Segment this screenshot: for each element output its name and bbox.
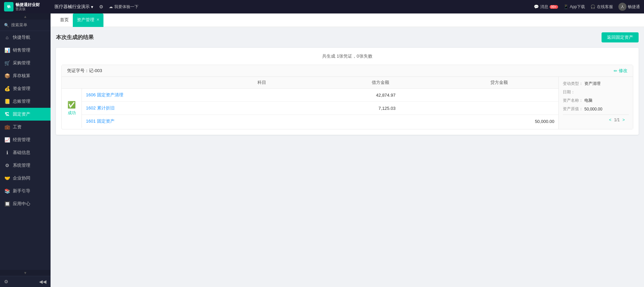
app-download-button[interactable]: 📱 App下载 bbox=[563, 4, 585, 10]
messages-badge: 99+ bbox=[550, 5, 558, 9]
purchase-icon: 🛒 bbox=[4, 60, 10, 66]
sidebar-item-app-center[interactable]: 🔲 应用中心 bbox=[0, 197, 51, 210]
tab-close-icon[interactable]: ✕ bbox=[96, 18, 99, 22]
prev-page-button[interactable]: < bbox=[609, 118, 611, 122]
page-header: 本次生成的结果 返回固定资产 bbox=[56, 32, 639, 42]
asset-name-label: 资产名称： bbox=[563, 98, 583, 103]
sidebar-item-label: 采购管理 bbox=[13, 60, 30, 66]
sidebar-item-basic-info[interactable]: ℹ 基础信息 bbox=[0, 146, 51, 159]
credit-cell-3: 50,000.00 bbox=[400, 116, 558, 127]
debit-cell-3 bbox=[241, 118, 399, 125]
change-type-row: 变动类型： 资产清理 bbox=[563, 81, 629, 87]
payroll-icon: 💼 bbox=[4, 124, 10, 130]
subject-cell-1[interactable]: 1606 固定资产清理 bbox=[82, 89, 241, 101]
sidebar-item-ledger[interactable]: 📒 总账管理 bbox=[0, 95, 51, 108]
sidebar-item-label: 系统管理 bbox=[13, 162, 30, 168]
experience-button[interactable]: ☁ 我要体验一下 bbox=[109, 4, 139, 10]
operations-icon: 📈 bbox=[4, 137, 10, 143]
tab-home[interactable]: 首页 bbox=[56, 13, 73, 27]
asset-original-value-row: 资产原值： 50,000.00 bbox=[563, 106, 629, 112]
search-menu-button[interactable]: 🔍 搜索菜单 bbox=[0, 20, 51, 31]
online-service-button[interactable]: 🎧 在线客服 bbox=[590, 4, 613, 10]
capital-icon: 💰 bbox=[4, 86, 10, 92]
sidebar-item-label: 总账管理 bbox=[13, 98, 30, 104]
change-type-value: 资产清理 bbox=[584, 81, 601, 87]
sidebar-item-inventory[interactable]: 📦 库存核算 bbox=[0, 69, 51, 82]
voucher-table: 科目 借方金额 贷方金额 ✅ 成功 bbox=[62, 77, 559, 129]
credit-cell-1 bbox=[400, 92, 558, 98]
tab-asset-mgmt[interactable]: 资产管理 ✕ bbox=[73, 13, 103, 27]
scroll-down-arrow[interactable]: ▼ bbox=[0, 270, 51, 276]
sidebar-item-enterprise[interactable]: 🤝 企业协同 bbox=[0, 172, 51, 185]
collapse-sidebar-button[interactable]: ◀◀ bbox=[39, 279, 47, 284]
sidebar-item-payroll[interactable]: 💼 工资 bbox=[0, 121, 51, 133]
page-info: 1/1 bbox=[614, 118, 620, 122]
sidebar-item-label: 新手引导 bbox=[13, 188, 30, 194]
sidebar-bottom: ⚙ ◀◀ bbox=[0, 276, 51, 287]
cloud-icon: ☁ bbox=[109, 4, 113, 9]
sidebar-item-label: 应用中心 bbox=[13, 201, 30, 207]
user-area[interactable]: 人 畅捷通 bbox=[618, 3, 640, 11]
voucher-section: 凭证字号：记-003 ✏ 修改 科目 bbox=[61, 65, 633, 129]
result-summary: 共生成 1张凭证，0张失败 bbox=[61, 53, 633, 59]
sidebar-item-fixed-assets[interactable]: 🏗 固定资产 bbox=[0, 108, 51, 121]
sidebar-item-label: 经营管理 bbox=[13, 137, 30, 143]
sidebar-item-quick-nav[interactable]: ⌂ 快捷导航 bbox=[0, 31, 51, 44]
success-indicator: ✅ 成功 bbox=[62, 89, 82, 128]
scroll-up-arrow[interactable]: ▲ bbox=[0, 13, 51, 20]
sidebar-item-operations[interactable]: 📈 经营管理 bbox=[0, 133, 51, 146]
logo-icon: 畅 bbox=[4, 2, 13, 11]
success-label: 成功 bbox=[68, 110, 76, 116]
table-rows-container: 1606 固定资产清理 42,874.97 1602 累计折旧 7,125.03 bbox=[82, 89, 558, 128]
company-selector[interactable]: 医疗器械行业演示 ▾ bbox=[55, 4, 93, 10]
sidebar-item-capital[interactable]: 💰 资金管理 bbox=[0, 82, 51, 95]
search-menu-label: 搜索菜单 bbox=[11, 22, 27, 28]
debit-cell-1: 42,874.97 bbox=[241, 89, 399, 101]
messages-button[interactable]: 💬 消息 99+ bbox=[534, 4, 558, 10]
change-type-label: 变动类型： bbox=[563, 81, 583, 87]
tab-home-label: 首页 bbox=[60, 17, 69, 23]
logo-main: 畅捷通好业财 bbox=[16, 2, 40, 7]
subject-cell-3[interactable]: 1601 固定资产 bbox=[82, 115, 241, 128]
sidebar-settings-icon[interactable]: ⚙ bbox=[4, 279, 8, 284]
sidebar-item-label: 基础信息 bbox=[13, 150, 30, 156]
sidebar-item-purchase[interactable]: 🛒 采购管理 bbox=[0, 57, 51, 69]
edit-icon: ✏ bbox=[614, 68, 617, 73]
ledger-icon: 📒 bbox=[4, 98, 10, 104]
success-checkmark-icon: ✅ bbox=[67, 101, 76, 109]
date-row: 日期： bbox=[563, 89, 629, 95]
th-subject: 科目 bbox=[203, 77, 321, 88]
table-row: 1606 固定资产清理 42,874.97 bbox=[82, 89, 558, 102]
home-icon: ⌂ bbox=[4, 34, 10, 40]
sidebar-item-sales[interactable]: 📊 销售管理 bbox=[0, 44, 51, 57]
subject-cell-2[interactable]: 1602 累计折旧 bbox=[82, 102, 241, 115]
summary-text: 共生成 1张凭证，0张失败 bbox=[322, 54, 372, 59]
system-icon: ⚙ bbox=[4, 162, 10, 168]
inventory-icon: 📦 bbox=[4, 73, 10, 79]
sidebar-item-label: 固定资产 bbox=[13, 111, 30, 117]
logo-sub: 普及版 bbox=[16, 7, 40, 11]
page-title: 本次生成的结果 bbox=[56, 34, 94, 41]
company-name: 医疗器械行业演示 bbox=[55, 4, 90, 10]
sidebar-item-newbie[interactable]: 📚 新手引导 bbox=[0, 185, 51, 197]
gear-icon: ⚙ bbox=[99, 4, 103, 9]
newbie-icon: 📚 bbox=[4, 188, 10, 194]
sales-icon: 📊 bbox=[4, 47, 10, 53]
sidebar-item-label: 资金管理 bbox=[13, 86, 30, 92]
avatar: 人 bbox=[618, 3, 626, 11]
next-page-button[interactable]: > bbox=[622, 118, 625, 122]
table-row: 1602 累计折旧 7,125.03 bbox=[82, 102, 558, 115]
credit-cell-2 bbox=[400, 105, 558, 111]
table-body: ✅ 成功 1606 固定资产清理 42,874.97 bbox=[62, 89, 558, 128]
th-credit: 贷方金额 bbox=[440, 77, 558, 88]
sidebar-item-system[interactable]: ⚙ 系统管理 bbox=[0, 159, 51, 172]
sidebar-item-label: 库存核算 bbox=[13, 73, 30, 79]
back-to-fixed-assets-button[interactable]: 返回固定资产 bbox=[602, 32, 639, 42]
fixed-assets-icon: 🏗 bbox=[4, 111, 10, 117]
settings-button[interactable]: ⚙ bbox=[97, 2, 105, 11]
sidebar-item-label: 工资 bbox=[13, 124, 22, 130]
dropdown-icon: ▾ bbox=[91, 4, 93, 9]
app-center-icon: 🔲 bbox=[4, 201, 10, 207]
edit-voucher-button[interactable]: ✏ 修改 bbox=[614, 68, 627, 74]
app-download-label: App下载 bbox=[570, 4, 585, 10]
